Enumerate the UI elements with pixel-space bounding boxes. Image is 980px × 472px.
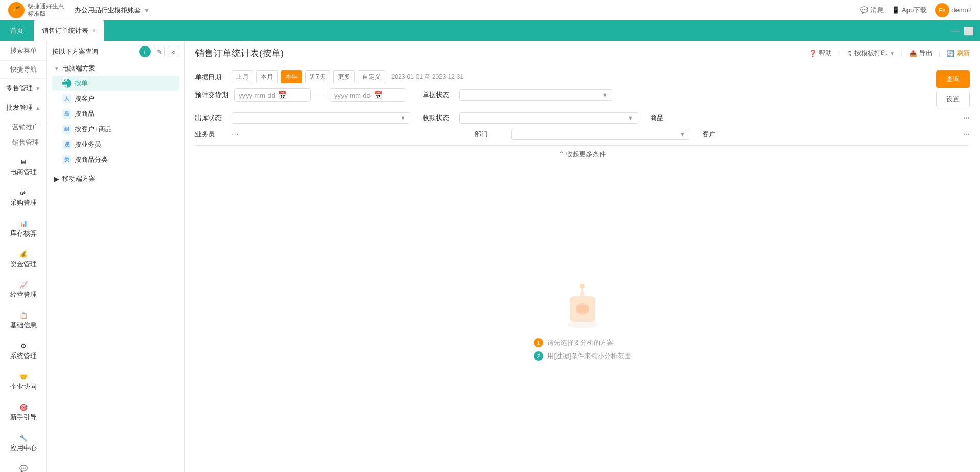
top-bar: 🍊 畅捷通好生意 标准版 办公用品行业模拟账套 ▼ 💬 消息 📱 App下载 E… [0,0,980,20]
pc-scheme-title[interactable]: ▼ 电脑端方案 [52,61,179,76]
tip-number-2: 2 [534,351,543,361]
scheme-item-by-customer-goods[interactable]: 组 按客户+商品 [52,122,179,137]
sidebar-item-purchase[interactable]: 🛍 采购管理 [0,183,46,214]
app-download-action[interactable]: 📱 App下载 [892,6,927,15]
dept-select[interactable]: ▼ [511,129,690,140]
date-btn-custom[interactable]: 自定义 [358,70,385,83]
empty-illustration [557,281,608,332]
filter-row-1: 单据日期 上月 本月 本年 近7天 更多 自定义 2023-01-01 至 20… [195,70,928,107]
date-btn-last-month[interactable]: 上月 [232,70,253,83]
mobile-scheme-arrow: ▶ [54,175,59,183]
scheme-item-by-staff[interactable]: 员 按业务员 [52,137,179,152]
filter-section: 销售订单统计表(按单) ❓ 帮助 | 🖨 按模板打印 ▼ | [185,41,980,169]
collapse-panel-btn[interactable]: « [168,46,179,57]
wechat-icon: 💬 [19,465,28,472]
print-action[interactable]: 🖨 按模板打印 ▼ [846,49,895,58]
scheme-item-by-goods[interactable]: 品 按商品 [52,106,179,122]
sidebar-item-wholesale[interactable]: 批发管理 ▲ [0,98,46,117]
sidebar-item-basic[interactable]: 📋 基础信息 [0,305,46,336]
out-status-label: 出库状态 [195,113,226,123]
receipt-status-select[interactable]: ▼ [459,112,638,124]
expected-date-end-input[interactable]: yyyy-mm-dd 📅 [330,88,406,102]
sidebar-search[interactable]: 搜索菜单 [0,41,46,61]
sidebar-item-wechat[interactable]: 💬 企业微信 [0,459,46,472]
sidebar-item-retail[interactable]: 零售管理 ▼ [0,79,46,98]
date-btn-more[interactable]: 更多 [333,70,355,83]
pc-scheme-arrow: ▼ [54,66,59,72]
help-action[interactable]: ❓ 帮助 [808,49,832,58]
tab-close-icon[interactable]: × [92,27,96,34]
print-dropdown-icon: ▼ [890,51,895,56]
status-select[interactable]: ▼ [459,89,612,101]
date-btn-this-year[interactable]: 本年 [281,70,302,83]
scheme-item-by-order[interactable]: 按单 按单 [52,76,179,91]
sidebar-item-inventory[interactable]: 📊 库存核算 [0,214,46,244]
wholesale-submenu: 营销推广 销售管理 [0,117,46,152]
title-dropdown[interactable]: ▼ [144,7,150,13]
left-panel-actions: + ✎ « [139,46,179,57]
pc-scheme-section: ▼ 电脑端方案 按单 按单 人 按客户 品 按商品 组 按客户+商品 [52,61,179,168]
receipt-status-chevron-icon: ▼ [628,115,633,121]
message-icon: 💬 [860,6,868,14]
finance-icon: 💰 [19,250,28,258]
date-button-group: 上月 本月 本年 近7天 更多 自定义 [232,70,385,83]
sidebar-item-enterprise[interactable]: 🤝 企业协同 [0,367,46,397]
retail-expand-icon: ▼ [35,86,40,91]
user-action[interactable]: Ea demo2 [935,3,972,17]
sidebar-item-apps[interactable]: 🔧 应用中心 [0,428,46,459]
date-btn-this-month[interactable]: 本月 [256,70,278,83]
logo: 🍊 畅捷通好生意 标准版 [8,2,64,18]
expected-date-filter-row: 预计交货期 yyyy-mm-dd 📅 — yyyy-mm-dd 📅 [195,88,928,102]
tab-bar-buttons: — ⬜ [951,26,980,36]
left-panel: 按以下方案查询 + ✎ « ▼ 电脑端方案 按单 按单 人 [47,41,185,472]
collapse-chevron-icon: ⌃ [559,150,567,158]
tab-sales-order[interactable]: 销售订单统计表 × [34,20,104,41]
page-title-row: 销售订单统计表(按单) ❓ 帮助 | 🖨 按模板打印 ▼ | [195,47,970,59]
scheme-icon-by-category: 类 [62,155,71,164]
goods-label: 商品 [650,113,681,123]
avatar: Ea [935,3,949,17]
filter-area: 单据日期 上月 本月 本年 近7天 更多 自定义 2023-01-01 至 20… [195,65,970,140]
left-panel-header: 按以下方案查询 + ✎ « [52,46,179,57]
query-button[interactable]: 查询 [936,70,970,88]
setting-button[interactable]: 设置 [936,91,970,107]
sidebar-item-newbie[interactable]: 🎯 新手引导 [0,397,46,428]
edit-scheme-btn[interactable]: ✎ [154,46,165,57]
customer-more-btn[interactable]: ··· [963,130,970,139]
scheme-item-by-customer[interactable]: 人 按客户 [52,91,179,106]
sidebar: 搜索菜单 快捷导航 零售管理 ▼ 批发管理 ▲ 营销推广 销售管理 🖥 电商管理… [0,41,47,472]
window-minimize-icon[interactable]: — [951,26,960,35]
scheme-item-by-category[interactable]: 类 按商品分类 [52,152,179,168]
dept-chevron-icon: ▼ [680,131,685,137]
message-action[interactable]: 💬 消息 [860,6,884,15]
refresh-action[interactable]: 🔄 刷新 [946,49,970,58]
expected-date-start-input[interactable]: yyyy-mm-dd 📅 [234,88,311,102]
sidebar-item-operations[interactable]: 📈 经营管理 [0,275,46,305]
empty-state: 1 请先选择要分析的方案 2 用[过滤]条件来缩小分析范围 [185,169,980,472]
scheme-icon-by-goods: 品 [62,109,71,119]
cal-start-icon: 📅 [278,91,287,99]
tab-home[interactable]: 首页 [0,20,34,41]
dept-label: 部门 [475,130,505,139]
right-panel: 销售订单统计表(按单) ❓ 帮助 | 🖨 按模板打印 ▼ | [185,41,980,472]
enterprise-icon: 🤝 [19,373,28,381]
export-action[interactable]: 📤 导出 [909,49,933,58]
staff-more-btn[interactable]: ··· [232,130,238,139]
collapse-filter-bar[interactable]: ⌃ 收起更多条件 [195,145,970,163]
sidebar-quick-nav[interactable]: 快捷导航 [0,61,46,79]
main-action-buttons: 查询 设置 [936,70,970,107]
date-btn-7days[interactable]: 近7天 [305,70,330,83]
goods-more-btn[interactable]: ··· [963,113,970,123]
out-status-select[interactable]: ▼ [232,112,410,124]
top-actions: 💬 消息 📱 App下载 Ea demo2 [860,3,972,17]
window-maximize-icon[interactable]: ⬜ [964,26,974,36]
status-label: 单据状态 [423,90,453,100]
sidebar-item-system[interactable]: ⚙ 系统管理 [0,336,46,367]
date-separator: — [317,91,324,99]
add-scheme-btn[interactable]: + [139,46,151,57]
sidebar-item-finance[interactable]: 💰 资金管理 [0,244,46,275]
sidebar-item-ecommerce[interactable]: 🖥 电商管理 [0,152,46,183]
sidebar-sub-sales[interactable]: 销售管理 [6,135,46,150]
mobile-scheme-title[interactable]: ▶ 移动端方案 [52,172,179,186]
sidebar-sub-marketing[interactable]: 营销推广 [6,120,46,135]
